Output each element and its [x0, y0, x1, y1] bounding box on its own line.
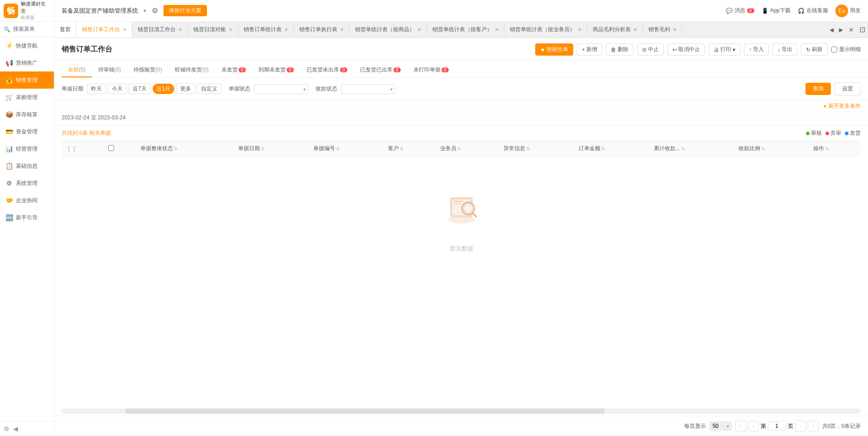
tab-close-sales-workbench[interactable]: ✕ — [123, 27, 126, 32]
setting-btn[interactable]: 设置 — [834, 82, 861, 95]
unreviewed-action-btn[interactable]: 弃审 — [825, 129, 841, 137]
sub-tab-pending-verify[interactable]: 待拣验货(0) — [127, 63, 168, 77]
date-btn-更多[interactable]: 更多 — [176, 84, 195, 94]
th-status[interactable]: 单据整体状态⇅ — [136, 141, 234, 156]
tab-next-arrow[interactable]: ▶ — [836, 22, 846, 38]
smart-btn[interactable]: ★ 智能生单 — [535, 43, 573, 56]
user-item[interactable]: Ea 用友 — [835, 5, 861, 17]
app-download-item[interactable]: 📱 App下载 — [762, 7, 791, 14]
delete-btn[interactable]: 🗑 删除 — [606, 43, 633, 56]
sub-tab-expired-not-shipped[interactable]: 到期未发货0 — [252, 63, 300, 77]
tab-sales-exec[interactable]: 销售订单执行表✕ — [294, 22, 350, 38]
tab-sales-workbench[interactable]: 销售订单工作台✕ — [77, 22, 132, 38]
sub-tab-wangpu-pending[interactable]: 旺铺待发货(0) — [168, 63, 215, 77]
tab-sales-by-product[interactable]: 销货单统计表（按商品）✕ — [350, 22, 427, 38]
solution-btn[interactable]: 体验行业方案 — [163, 5, 207, 16]
sub-tab-not-shipped[interactable]: 未发货0 — [215, 63, 252, 77]
show-detail-label[interactable]: 显示明细 — [831, 46, 861, 53]
th-date[interactable]: 单据日期⇅ — [234, 141, 309, 156]
date-btn-昨天[interactable]: 昨天 — [87, 84, 106, 94]
cancel-stop-btn[interactable]: ↩ 取消中止 — [667, 43, 705, 56]
tab-expand-icon[interactable]: ⊡ — [857, 22, 868, 38]
th-number[interactable]: 单据编号⇅ — [309, 141, 384, 156]
last-page-btn[interactable]: » — [808, 421, 819, 431]
tab-close-sales-profit[interactable]: ✕ — [673, 27, 676, 32]
settings-icon[interactable]: ⚙ — [4, 425, 10, 432]
tab-cash-daily[interactable]: 钱货日清工作台✕ — [132, 22, 188, 38]
tab-close-sales-by-staff[interactable]: ✕ — [578, 27, 581, 32]
import-btn[interactable]: ↑ 导入 — [744, 43, 769, 56]
th-customer[interactable]: 客户⇅ — [384, 141, 436, 156]
sidebar-item-system[interactable]: ⚙系统管理 — [0, 175, 54, 192]
sidebar-item-operations[interactable]: 📊经营管理 — [0, 140, 54, 157]
new-btn[interactable]: + 新增 — [577, 43, 602, 56]
refresh-btn[interactable]: ↻ 刷新 — [801, 43, 828, 56]
sub-tab-label-not-shipped: 未发货 — [221, 66, 238, 73]
tab-sales-by-customer[interactable]: 销货单统计表（按客户）✕ — [427, 22, 504, 38]
topbar-gear-icon[interactable]: ⚙ — [152, 6, 158, 15]
sidebar-item-purchase[interactable]: 🛒采购管理 — [0, 89, 54, 106]
date-btn-近7天[interactable]: 近7天 — [129, 84, 151, 94]
tab-prev-arrow[interactable]: ◀ — [827, 22, 836, 38]
sidebar-item-inventory[interactable]: 📦库存核算 — [0, 106, 54, 123]
export-btn[interactable]: ↓ 导出 — [772, 43, 797, 56]
tab-close-sales-exec[interactable]: ✕ — [340, 27, 344, 32]
th-staff[interactable]: 业务员⇅ — [436, 141, 499, 156]
tab-close-cash-reconcile[interactable]: ✕ — [229, 27, 232, 32]
tab-gross-margin[interactable]: 商品毛利分析表✕ — [587, 22, 643, 38]
sub-tab-pending-review[interactable]: 待审核(0) — [92, 63, 128, 77]
th-ratio[interactable]: 收款比例⇅ — [734, 141, 809, 156]
tab-close-sales-stat[interactable]: ✕ — [284, 27, 288, 32]
th-exception[interactable]: 异常信息⇅ — [499, 141, 574, 156]
sub-tab-shipped-out[interactable]: 已发货已出库0 — [354, 63, 407, 77]
show-detail-checkbox[interactable] — [831, 47, 837, 52]
message-label: 消息 — [734, 7, 745, 14]
collect-status-select[interactable] — [341, 84, 395, 94]
print-btn[interactable]: 🖨 打印 ▾ — [709, 43, 740, 56]
tab-close-sales-by-customer[interactable]: ✕ — [495, 27, 499, 32]
tab-close-gross-margin[interactable]: ✕ — [633, 27, 637, 32]
th-amount[interactable]: 订单金额⇅ — [574, 141, 649, 156]
sub-tab-not-printed[interactable]: 未打印单据0 — [407, 63, 455, 77]
sub-tab-all[interactable]: 全部(0) — [62, 63, 92, 77]
page-input[interactable] — [768, 422, 786, 431]
th-collected[interactable]: 累计收款...⇅ — [649, 141, 734, 156]
online-service-item[interactable]: 🎧 在线客服 — [798, 7, 828, 14]
tab-close-sales-by-product[interactable]: ✕ — [417, 27, 421, 32]
sidebar-item-finance[interactable]: 💳资金管理 — [0, 123, 54, 140]
system-dropdown[interactable]: ▾ — [144, 8, 146, 14]
date-btn-今天[interactable]: 今天 — [108, 84, 127, 94]
tab-sales-stat[interactable]: 销售订单统计表✕ — [238, 22, 294, 38]
bill-status-select[interactable] — [254, 84, 308, 94]
expand-btn[interactable]: ▾ 展开更多条件 — [824, 102, 861, 110]
first-page-btn[interactable]: « — [735, 421, 746, 431]
stop-btn[interactable]: ⊘ 中止 — [637, 43, 664, 56]
sidebar-item-marketing[interactable]: 📢营销推广 — [0, 54, 54, 71]
next-page-btn[interactable]: › — [795, 421, 806, 431]
tab-sales-profit[interactable]: 销售毛利✕ — [643, 22, 682, 38]
ship-action-btn[interactable]: 发货 — [845, 129, 861, 137]
date-btn-自定义[interactable]: 自定义 — [197, 84, 221, 94]
query-btn[interactable]: 查询 — [806, 83, 831, 95]
sidebar-item-enterprise[interactable]: 🤝企业协同 — [0, 192, 54, 209]
sidebar-item-basic[interactable]: 📋基础信息 — [0, 157, 54, 175]
select-all-checkbox[interactable] — [108, 145, 114, 151]
date-btn-近1月[interactable]: 近1月 — [153, 84, 175, 94]
review-action-btn[interactable]: 审核 — [806, 129, 822, 137]
sidebar-search[interactable]: 🔍 搜索菜单 — [0, 22, 54, 37]
tab-close-cash-daily[interactable]: ✕ — [178, 27, 182, 32]
collapse-icon[interactable]: ◀ — [13, 425, 18, 432]
tab-home[interactable]: 首页 — [54, 22, 77, 38]
tab-sales-by-staff[interactable]: 销货单统计表（按业务员）✕ — [504, 22, 587, 38]
th-operation[interactable]: 操作⇅ — [809, 141, 861, 156]
sub-tab-shipped-not-out[interactable]: 已发货未出库0 — [300, 63, 354, 77]
tab-close-all[interactable]: ✕ — [846, 22, 857, 38]
sidebar-item-guide[interactable]: 🆕新手引导 — [0, 209, 54, 226]
sidebar-item-quick-nav[interactable]: ⚡快捷导航 — [0, 37, 54, 54]
page-size-select[interactable]: 50 10 20 100 — [710, 422, 732, 431]
tab-cash-reconcile[interactable]: 钱货日清对账✕ — [188, 22, 238, 38]
sidebar-item-sales[interactable]: 💰销售管理 — [0, 71, 54, 89]
message-item[interactable]: 💬 消息 6 — [726, 7, 754, 14]
prev-page-btn[interactable]: ‹ — [748, 421, 759, 431]
horizontal-scrollbar[interactable] — [62, 408, 861, 414]
